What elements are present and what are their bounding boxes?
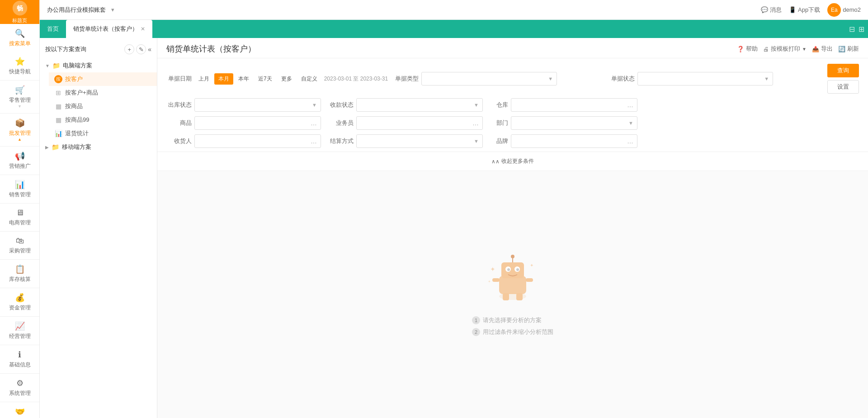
svg-point-7 — [507, 268, 510, 271]
sidebar-item-finance[interactable]: 💰 资金管理 — [0, 288, 40, 317]
sidebar-item-inventory[interactable]: 📋 库存核算 — [0, 260, 40, 288]
query-btn[interactable]: 查询 — [827, 64, 859, 77]
sidebar-item-label: 采购管理 — [9, 247, 31, 255]
user-profile[interactable]: Ea demo2 — [827, 3, 861, 17]
refresh-btn[interactable]: 🔄 刷新 — [838, 45, 859, 53]
print-btn[interactable]: 🖨 按模板打印 ▼ — [763, 45, 807, 53]
help-btn[interactable]: ❓ 帮助 — [737, 45, 758, 53]
receipt-status-select[interactable]: ▼ — [356, 98, 483, 112]
date-btn-this-month[interactable]: 本月 — [214, 73, 233, 85]
goods-select[interactable]: … — [194, 116, 321, 130]
tab-sales-stats[interactable]: 销货单统计表（按客户） ✕ — [66, 20, 152, 38]
mobile-group[interactable]: ▶ 📁 移动端方案 — [40, 140, 157, 154]
mobile-folder-icon: 📁 — [52, 143, 59, 151]
collapse-btn[interactable]: ∧∧ 收起更多条件 — [486, 156, 539, 167]
tab-maximize-icon[interactable]: ⊞ — [859, 25, 864, 33]
goods-label: 商品 — [166, 119, 192, 127]
goods-dots-icon[interactable]: … — [311, 119, 317, 127]
empty-tip-1: 1 请先选择要分析的方案 — [472, 314, 553, 326]
date-btn-last-month[interactable]: 上月 — [194, 73, 213, 85]
refresh-icon: 🔄 — [838, 46, 845, 52]
scheme-item-by-customer[interactable]: 按 按客户 — [49, 72, 157, 86]
settlement-select[interactable]: ▼ — [356, 134, 483, 148]
scheme-add-icon: + — [127, 46, 131, 53]
date-btn-more[interactable]: 更多 — [277, 73, 296, 85]
right-panel: 销货单统计表（按客户） ❓ 帮助 🖨 按模板打印 ▼ 📤 导出 — [157, 38, 868, 418]
product-dropdown-icon[interactable]: ▾ — [111, 6, 114, 13]
topbar: 办公用品行业模拟账套 ▾ 💬 消息 📱 App下载 Ea demo2 — [40, 0, 868, 20]
scheme-panel-title: 按以下方案查询 — [45, 45, 86, 53]
scheme-item-label: 按商品 — [65, 102, 83, 110]
warehouse-dots-icon[interactable]: … — [627, 101, 633, 109]
date-label: 单据日期 — [166, 75, 192, 83]
dept-select[interactable]: ▼ — [511, 116, 637, 130]
product-title: 办公用品行业模拟账套 — [47, 6, 106, 14]
search-icon: 🔍 — [15, 28, 25, 38]
app-logo[interactable]: 畅 标题页 — [0, 0, 40, 24]
scheme-item-return-stats[interactable]: 📊 退货统计 — [49, 127, 157, 140]
filter-type-cell: 单据类型 ▼ — [395, 72, 604, 86]
scheme-item-goods99[interactable]: ▦ 按商品99 — [49, 113, 157, 127]
settings-btn[interactable]: 设置 — [827, 80, 859, 94]
sidebar-item-retail[interactable]: 🛒 零售管理 ▼ — [0, 81, 40, 114]
sidebar-item-sales[interactable]: 📊 销售管理 — [0, 175, 40, 204]
sidebar-item-ecommerce[interactable]: 🖥 电商管理 — [0, 204, 40, 232]
type-select[interactable]: ▼ — [421, 72, 557, 86]
sidebar-item-label: 基础信息 — [9, 361, 31, 369]
sidebar-item-basic-info[interactable]: ℹ 基础信息 — [0, 345, 40, 374]
scheme-item-label: 按客户+商品 — [65, 89, 98, 97]
tabbar: 首页 销货单统计表（按客户） ✕ ⊟ ⊞ — [40, 20, 868, 38]
tab-minimize-icon[interactable]: ⊟ — [849, 25, 855, 33]
sidebar-item-label: 电商管理 — [9, 219, 31, 227]
mobile-group-arrow: ▶ — [45, 145, 49, 150]
message-icon: 💬 — [761, 6, 768, 13]
user-abbr: Ea — [831, 7, 838, 13]
out-status-select[interactable]: ▼ — [194, 98, 321, 112]
sidebar-item-purchase[interactable]: 🛍 采购管理 — [0, 232, 40, 260]
desktop-group: ▼ 📁 电脑端方案 按 按客户 ⊞ 按客户+商品 — [40, 59, 157, 140]
svg-point-8 — [516, 268, 519, 271]
scheme-item-by-goods[interactable]: ▦ 按商品 — [49, 100, 157, 113]
scheme-add-btn[interactable]: + — [124, 44, 134, 54]
sidebar-item-enterprise-collab[interactable]: 🤝 企业协同 — [0, 402, 40, 418]
logo-text: 标题页 — [12, 17, 27, 24]
topbar-right: 💬 消息 📱 App下载 Ea demo2 — [761, 3, 861, 17]
salesperson-dots-icon[interactable]: … — [472, 119, 479, 127]
message-action[interactable]: 💬 消息 — [761, 6, 782, 14]
consignee-select[interactable]: … — [194, 134, 321, 148]
date-buttons: 上月 本月 本年 近7天 更多 自定义 2023-03-01 至 2023-03… — [194, 73, 388, 85]
page-header: 销货单统计表（按客户） ❓ 帮助 🖨 按模板打印 ▼ 📤 导出 — [157, 38, 868, 58]
date-btn-custom[interactable]: 自定义 — [297, 73, 321, 85]
content-area: 按以下方案查询 + ✎ « ▼ 📁 — [40, 38, 868, 418]
desktop-tree-children: 按 按客户 ⊞ 按客户+商品 ▦ 按商品 ▦ 按 — [40, 72, 157, 140]
salesperson-select[interactable]: … — [356, 116, 483, 130]
sidebar-item-system[interactable]: ⚙ 系统管理 — [0, 374, 40, 402]
date-btn-7days[interactable]: 近7天 — [254, 73, 276, 85]
sidebar-item-label: 营销推广 — [9, 162, 31, 170]
desktop-group-header[interactable]: ▼ 📁 电脑端方案 — [40, 59, 157, 72]
scheme-edit-btn[interactable]: ✎ — [136, 44, 146, 54]
scheme-collapse-btn[interactable]: « — [148, 46, 151, 53]
status-select[interactable]: ▼ — [637, 72, 773, 86]
consignee-dots-icon[interactable]: … — [311, 138, 317, 145]
brand-select[interactable]: … — [511, 134, 637, 148]
warehouse-cell: 仓库 … — [490, 98, 637, 112]
filter-row-4: 收货人 … 结算方式 ▼ 品牌 — [166, 134, 859, 148]
export-btn[interactable]: 📤 导出 — [812, 45, 833, 53]
sidebar-item-operations[interactable]: 📈 经营管理 — [0, 317, 40, 345]
sidebar-item-quick-nav[interactable]: ⭐ 快捷导航 — [0, 52, 40, 81]
scheme-item-customer-goods[interactable]: ⊞ 按客户+商品 — [49, 86, 157, 100]
salesperson-label: 业务员 — [328, 119, 354, 127]
date-btn-this-year[interactable]: 本年 — [234, 73, 253, 85]
scheme-item-label: 按客户 — [65, 75, 83, 83]
sidebar-item-search[interactable]: 🔍 搜索菜单 — [0, 24, 40, 52]
brand-dots-icon[interactable]: … — [627, 138, 633, 145]
settlement-label: 结算方式 — [328, 137, 354, 145]
sidebar-item-marketing[interactable]: 📢 营销推广 — [0, 147, 40, 175]
tab-home[interactable]: 首页 — [40, 20, 66, 38]
warehouse-select[interactable]: … — [511, 98, 637, 112]
app-download-action[interactable]: 📱 App下载 — [789, 6, 820, 14]
tab-close-icon[interactable]: ✕ — [141, 26, 145, 32]
tip1-text: 请先选择要分析的方案 — [483, 314, 542, 326]
sidebar-item-wholesale[interactable]: 📦 批发管理 ▲ — [0, 114, 40, 147]
